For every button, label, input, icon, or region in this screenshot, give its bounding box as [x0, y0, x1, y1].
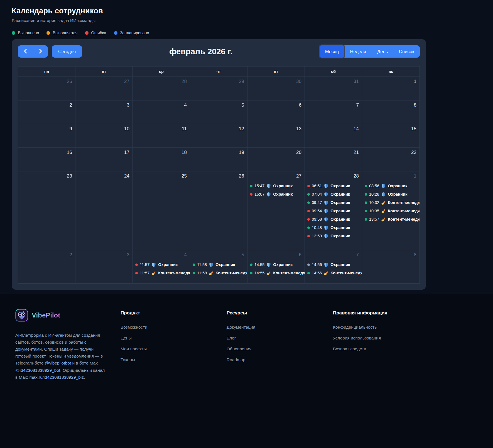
- footer-link[interactable]: Обновления: [227, 346, 333, 352]
- day-cell[interactable]: 12: [190, 124, 247, 147]
- event-item[interactable]: 10:35Контент-менеджер: [365, 207, 419, 215]
- footer-inline-link[interactable]: @vibepilotbot: [45, 361, 71, 365]
- event-item[interactable]: 14:56Охранник: [307, 260, 361, 269]
- next-month-button[interactable]: [33, 45, 48, 58]
- view-button-week[interactable]: Неделя: [344, 45, 372, 58]
- event-item[interactable]: 16:07Охранник: [250, 190, 304, 198]
- event-status-dot-icon: [365, 185, 367, 187]
- footer-link[interactable]: Конфиденциальность: [333, 324, 478, 330]
- day-cell[interactable]: 21: [305, 147, 362, 171]
- event-item[interactable]: 09:54Охранник: [307, 207, 361, 215]
- day-cell[interactable]: 614:55Охранник14:55Контент-менеджер: [247, 250, 305, 283]
- day-number: 1: [362, 171, 420, 180]
- day-cell[interactable]: 511:58Охранник11:58Контент-менеджер: [190, 250, 247, 283]
- day-cell[interactable]: 16: [18, 147, 75, 171]
- weekday-header: чт: [190, 67, 247, 77]
- event-item[interactable]: 11:57Охранник: [135, 260, 189, 269]
- event-item[interactable]: 09:47Охранник: [307, 198, 361, 207]
- legend-label: Выполняется: [53, 31, 77, 35]
- day-cell[interactable]: 29: [190, 77, 247, 100]
- day-cell[interactable]: 23: [18, 171, 75, 250]
- event-item[interactable]: 11:58Охранник: [193, 260, 247, 269]
- event-item[interactable]: 14:56Контент-менеджер: [307, 269, 361, 277]
- day-cell[interactable]: 714:56Охранник14:56Контент-менеджер: [305, 250, 362, 283]
- footer-link[interactable]: Цены: [121, 335, 227, 341]
- footer-link[interactable]: Токены: [121, 357, 227, 363]
- day-cell[interactable]: 1: [362, 77, 420, 100]
- day-cell[interactable]: 13: [247, 124, 305, 147]
- event-item[interactable]: 11:58Контент-менеджер: [193, 269, 247, 277]
- footer-link[interactable]: Возврат средств: [333, 346, 478, 352]
- legend-label: Запланировано: [120, 31, 149, 35]
- footer-link[interactable]: Блог: [227, 335, 333, 341]
- day-cell[interactable]: 26: [190, 171, 247, 250]
- event-item[interactable]: 07:04Охранник: [307, 190, 361, 198]
- day-cell[interactable]: 15: [362, 124, 420, 147]
- day-cell[interactable]: 7: [305, 100, 362, 124]
- day-cell[interactable]: 2806:51Охранник07:04Охранник09:47Охранни…: [305, 171, 362, 250]
- view-button-list[interactable]: Список: [393, 45, 420, 58]
- day-cell[interactable]: 27: [75, 77, 133, 100]
- day-cell[interactable]: 10: [75, 124, 133, 147]
- event-title: Охранник: [158, 262, 178, 267]
- day-cell[interactable]: 18: [133, 147, 190, 171]
- day-cell[interactable]: 8: [362, 250, 420, 283]
- event-item[interactable]: 06:51Охранник: [307, 182, 361, 190]
- day-cell[interactable]: 11: [133, 124, 190, 147]
- page-footer: VibePilot AI-платформа с ИИ-агентом для …: [0, 294, 493, 448]
- day-cell[interactable]: 411:57Охранник11:57Контент-менеджер: [133, 250, 190, 283]
- event-item[interactable]: 14:55Контент-менеджер: [250, 269, 304, 277]
- footer-inline-link[interactable]: @id423081838929_bot: [15, 368, 60, 373]
- day-cell[interactable]: 8: [362, 100, 420, 124]
- event-status-dot-icon: [250, 185, 252, 187]
- day-cell[interactable]: 4: [133, 100, 190, 124]
- footer-inline-link[interactable]: max.ru/id423081838929_biz: [29, 375, 84, 380]
- footer-link[interactable]: Условия использования: [333, 335, 478, 341]
- footer-link[interactable]: Roadmap: [227, 357, 333, 363]
- event-item[interactable]: 08:56Охранник: [365, 182, 419, 190]
- event-item[interactable]: 09:58Охранник: [307, 215, 361, 223]
- day-cell[interactable]: 2: [18, 250, 75, 283]
- event-item[interactable]: 10:28Охранник: [365, 190, 419, 198]
- footer-link[interactable]: Возможности: [121, 324, 227, 330]
- footer-column-2: РесурсыДокументацияБлогОбновленияRoadmap: [227, 309, 333, 381]
- weekday-header: вт: [75, 67, 133, 77]
- weekday-header: ср: [133, 67, 190, 77]
- calendar-week-row: 2345678: [18, 100, 420, 124]
- day-cell[interactable]: 14: [305, 124, 362, 147]
- day-cell[interactable]: 2: [18, 100, 75, 124]
- day-cell[interactable]: 22: [362, 147, 420, 171]
- day-cell[interactable]: 28: [133, 77, 190, 100]
- day-cell[interactable]: 3: [75, 100, 133, 124]
- event-item[interactable]: 13:59Охранник: [307, 232, 361, 240]
- prev-month-button[interactable]: [18, 45, 33, 58]
- event-item[interactable]: 11:57Контент-менеджер: [135, 269, 189, 277]
- day-cell[interactable]: 9: [18, 124, 75, 147]
- day-cell[interactable]: 3: [75, 250, 133, 283]
- event-item[interactable]: 14:55Охранник: [250, 260, 304, 269]
- footer-link[interactable]: Документация: [227, 324, 333, 330]
- event-item[interactable]: 10:32Контент-менеджер: [365, 198, 419, 207]
- day-cell[interactable]: 17: [75, 147, 133, 171]
- day-cell[interactable]: 31: [305, 77, 362, 100]
- view-button-month[interactable]: Месяц: [320, 45, 345, 58]
- day-cell[interactable]: 19: [190, 147, 247, 171]
- event-item[interactable]: 10:48Охранник: [307, 223, 361, 232]
- event-item[interactable]: 13:57Контент-менеджер: [365, 215, 419, 223]
- brand-row: VibePilot: [15, 309, 121, 322]
- day-cell[interactable]: 26: [18, 77, 75, 100]
- day-cell[interactable]: 30: [247, 77, 305, 100]
- event-title: Охранник: [330, 192, 350, 196]
- event-item[interactable]: 15:47Охранник: [250, 182, 304, 190]
- footer-link[interactable]: Мои проекты: [121, 346, 227, 352]
- view-button-day[interactable]: День: [372, 45, 393, 58]
- day-cell[interactable]: 25: [133, 171, 190, 250]
- day-cell[interactable]: 6: [247, 100, 305, 124]
- day-cell[interactable]: 5: [190, 100, 247, 124]
- today-button[interactable]: Сегодня: [52, 45, 82, 58]
- day-number: 12: [190, 124, 247, 133]
- day-cell[interactable]: 20: [247, 147, 305, 171]
- day-cell[interactable]: 108:56Охранник10:28Охранник10:32Контент-…: [362, 171, 420, 250]
- day-cell[interactable]: 24: [75, 171, 133, 250]
- day-cell[interactable]: 2715:47Охранник16:07Охранник: [247, 171, 305, 250]
